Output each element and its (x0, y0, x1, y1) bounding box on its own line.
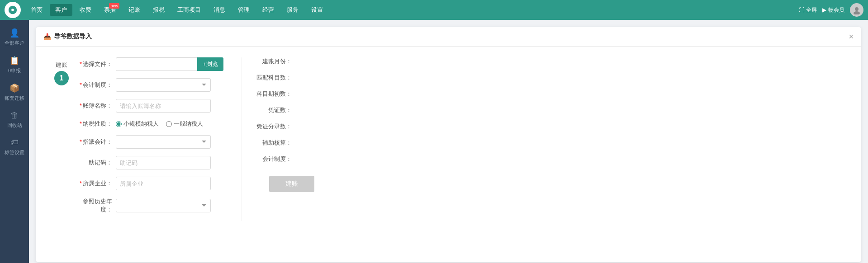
nav-item-operation[interactable]: 经营 (257, 4, 280, 16)
close-button[interactable]: × (849, 33, 854, 41)
nav-item-manage[interactable]: 管理 (232, 4, 255, 16)
step-label-text: 建账 (56, 61, 67, 69)
radio-small-scale[interactable]: 小规模纳税人 (116, 120, 159, 128)
accounting-system-label: 会计制度： (76, 81, 112, 89)
auxiliary-label: 辅助核算： (251, 139, 292, 147)
tax-type-row: 纳税性质： 小规模纳税人 一般纳税人 (76, 120, 223, 128)
ledger-name-row: 账簿名称： (76, 99, 223, 113)
nav-item-accounting[interactable]: 记账 (123, 4, 146, 16)
radio-small-input[interactable] (116, 121, 122, 127)
form-section-left: 建账 1 选择文件： +浏览 (54, 57, 223, 221)
sidebar-item-trash[interactable]: 🗑 回收站 (0, 107, 29, 132)
main-content: 📥 导爷数据导入 × 建账 1 选择文件： (29, 20, 868, 263)
file-input-group: +浏览 (116, 57, 223, 71)
zero-report-icon: 📋 (9, 56, 19, 66)
file-row: 选择文件： +浏览 (76, 57, 223, 71)
voucher-entries-row: 凭证分录数： (251, 122, 368, 131)
navbar-menu: 首页 客户 收费 票据 new 记账 报税 工商项目 消息 管理 经营 服务 设… (25, 4, 799, 16)
accountant-label: 指派会计： (76, 138, 112, 146)
fullscreen-btn[interactable]: ⛶ 全屏 (799, 6, 817, 14)
sidebar: 👤 全部客户 📋 0申报 📦 账套迁移 🗑 回收站 🏷 标签设置 (0, 20, 29, 263)
step-circle: 1 (54, 71, 69, 85)
avatar[interactable] (850, 3, 863, 17)
right-section: 建账月份： 匹配科目数： 科目期初数： 凭证数： (242, 57, 368, 221)
memo-code-label: 助记码： (76, 159, 112, 167)
radio-general[interactable]: 一般纳税人 (166, 120, 203, 128)
voucher-count-row: 凭证数： (251, 106, 368, 114)
fullscreen-icon: ⛶ (799, 7, 804, 13)
navbar: 首页 客户 收费 票据 new 记账 报税 工商项目 消息 管理 经营 服务 设… (0, 0, 868, 20)
sidebar-item-tags[interactable]: 🏷 标签设置 (0, 134, 29, 160)
file-label: 选择文件： (76, 60, 112, 68)
trash-icon: 🗑 (10, 111, 19, 120)
voucher-entries-label: 凭证分录数： (251, 122, 292, 131)
company-label: 所属企业： (76, 179, 112, 188)
match-subjects-label: 匹配科目数： (251, 74, 292, 82)
sidebar-item-migrate[interactable]: 📦 账套迁移 (0, 80, 29, 105)
nav-item-fee[interactable]: 收费 (74, 4, 97, 16)
match-subjects-row: 匹配科目数： (251, 74, 368, 82)
history-year-row: 参照历史年度： (76, 197, 223, 214)
nav-item-invoice[interactable]: 票据 new (99, 4, 121, 16)
tax-radio-group: 小规模纳税人 一般纳税人 (116, 120, 203, 128)
logo (5, 2, 21, 18)
auxiliary-row: 辅助核算： (251, 139, 368, 147)
voucher-count-label: 凭证数： (251, 106, 292, 114)
tax-type-label: 纳税性质： (76, 120, 112, 128)
company-input[interactable] (116, 177, 211, 190)
subjects-initial-label: 科目期初数： (251, 90, 292, 98)
nav-item-home[interactable]: 首页 (25, 4, 48, 16)
right-accounting-system-label: 会计制度： (251, 155, 292, 163)
svg-point-1 (855, 7, 859, 11)
accounting-system-select[interactable] (116, 78, 211, 92)
right-accounting-system-row: 会计制度： (251, 155, 368, 163)
navbar-right: ⛶ 全屏 ▶ 畅会员 (799, 3, 863, 17)
nav-item-business[interactable]: 工商项目 (172, 4, 206, 16)
file-input[interactable] (116, 57, 197, 71)
accountant-row: 指派会计： (76, 135, 223, 149)
dialog-panel: 📥 导爷数据导入 × 建账 1 选择文件： (36, 27, 861, 262)
migrate-icon: 📦 (9, 83, 19, 93)
step-indicator: 建账 1 (54, 57, 69, 85)
browse-button[interactable]: +浏览 (197, 57, 223, 71)
company-row: 所属企业： (76, 177, 223, 190)
vip-icon: ▶ (822, 7, 826, 13)
nav-item-service[interactable]: 服务 (281, 4, 304, 16)
dialog-title: 📥 导爷数据导入 (43, 33, 92, 41)
all-customers-icon: 👤 (9, 28, 19, 38)
ledger-name-input[interactable] (116, 99, 211, 113)
new-badge: new (109, 3, 119, 9)
form-container: 选择文件： +浏览 会计制度： (76, 57, 223, 221)
build-month-label: 建账月份： (251, 57, 292, 66)
nav-item-customer[interactable]: 客户 (50, 4, 72, 16)
memo-code-row: 助记码： (76, 156, 223, 169)
nav-item-settings[interactable]: 设置 (306, 4, 328, 16)
svg-point-2 (854, 11, 860, 14)
vip-btn[interactable]: ▶ 畅会员 (822, 6, 844, 14)
nav-item-tax[interactable]: 报税 (147, 4, 170, 16)
ledger-name-label: 账簿名称： (76, 102, 112, 110)
build-month-row: 建账月份： (251, 57, 368, 66)
layout: 👤 全部客户 📋 0申报 📦 账套迁移 🗑 回收站 🏷 标签设置 📥 导 (0, 20, 868, 263)
sidebar-item-all-customers[interactable]: 👤 全部客户 (0, 24, 29, 50)
nav-item-message[interactable]: 消息 (208, 4, 231, 16)
memo-code-input[interactable] (116, 156, 211, 169)
subjects-initial-row: 科目期初数： (251, 90, 368, 98)
tags-icon: 🏷 (10, 138, 19, 147)
build-account-button[interactable]: 建账 (269, 176, 314, 192)
accountant-select[interactable] (116, 135, 211, 149)
sidebar-item-zero-report[interactable]: 📋 0申报 (0, 52, 29, 78)
history-year-select[interactable] (116, 199, 211, 212)
import-icon: 📥 (43, 33, 51, 40)
radio-general-input[interactable] (166, 121, 172, 127)
dialog-body: 建账 1 选择文件： +浏览 (36, 47, 861, 232)
dialog-header: 📥 导爷数据导入 × (36, 27, 861, 47)
history-year-label: 参照历史年度： (76, 197, 112, 214)
accounting-system-row: 会计制度： (76, 78, 223, 92)
